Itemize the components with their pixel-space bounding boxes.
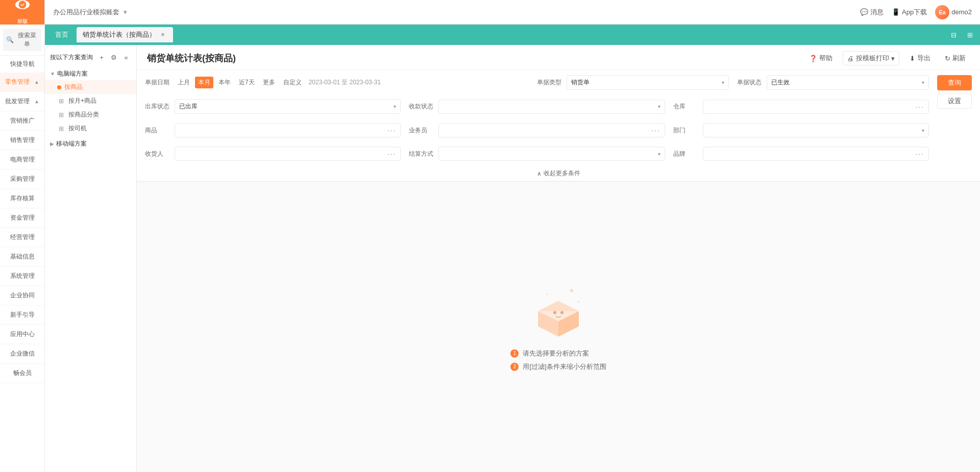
warehouse-control[interactable]: ··· (703, 100, 929, 114)
out-status-value: 已出库 (179, 102, 198, 111)
date-current-year-btn[interactable]: 本年 (215, 77, 234, 88)
salesperson-control[interactable]: ··· (438, 123, 665, 137)
sidebar-item-system[interactable]: 系统管理 (0, 267, 44, 286)
messages-button[interactable]: 💬 消息 (860, 8, 884, 17)
filter-row-4: 收货人 ··· 结算方式 ▾ (137, 143, 937, 166)
date-label: 单据日期 (145, 78, 170, 87)
settings-button[interactable]: 设置 (937, 93, 972, 109)
app-logo: 畅捷通好生意 标版 (0, 0, 44, 25)
date-more-btn[interactable]: 更多 (260, 77, 278, 88)
scheme-add-button[interactable]: + (96, 52, 107, 62)
report-tab-label: 销货单统计表（按商品） (83, 30, 156, 39)
tab-close-button[interactable]: × (159, 31, 167, 39)
sidebar-item-operation[interactable]: 经营管理 (0, 228, 44, 247)
collect-status-label: 收款状态 (409, 102, 434, 111)
sidebar-item-retail[interactable]: 零售管理 ▲ (0, 73, 44, 92)
sidebar-item-marketing[interactable]: 营销推广 (0, 111, 44, 131)
scheme-panel: 按以下方案查询 + ⚙ « ▼ 电脑端方案 按商品 ⊞ 按月+ (45, 45, 137, 472)
query-button[interactable]: 查询 (937, 75, 972, 90)
tab-report[interactable]: 销货单统计表（按商品） × (77, 27, 173, 42)
collect-status-control[interactable]: ▾ (438, 100, 665, 114)
scheme-collapse-button[interactable]: « (121, 52, 131, 62)
scheme-item-by-category[interactable]: ⊞ 按商品分类 (45, 108, 136, 122)
scheme-group-mobile-label: 移动端方案 (56, 139, 87, 148)
svg-point-8 (553, 311, 556, 314)
scheme-item-by-product-label: 按商品 (64, 83, 83, 91)
date-custom-btn[interactable]: 自定义 (280, 77, 305, 88)
user-profile-button[interactable]: Ea demo2 (935, 5, 972, 19)
product-control[interactable]: ··· (175, 123, 401, 137)
export-label: 导出 (917, 54, 930, 63)
sidebar-item-apps[interactable]: 应用中心 (0, 325, 44, 344)
sidebar-item-member[interactable]: 畅会员 (0, 364, 44, 383)
dept-control[interactable]: ▾ (703, 123, 929, 137)
expand-arrow-mobile: ▶ (50, 141, 54, 147)
sidebar-item-finance[interactable]: 资金管理 (0, 208, 44, 228)
date-last-month-btn[interactable]: 上月 (175, 77, 193, 88)
receiver-control[interactable]: ··· (175, 147, 401, 161)
avatar-text: Ea (939, 9, 946, 15)
scheme-group-pc-title[interactable]: ▼ 电脑端方案 (45, 67, 136, 80)
scheme-settings-button[interactable]: ⚙ (109, 52, 119, 62)
help-label: 帮助 (819, 54, 832, 63)
sidebar-item-wholesale[interactable]: 批发管理 ▲ (0, 92, 44, 111)
date-last7-btn[interactable]: 近7天 (236, 77, 258, 88)
scheme-item-by-month-product[interactable]: ⊞ 按月+商品 (45, 94, 136, 108)
doc-status-value: 已生效 (771, 78, 790, 87)
help-icon: ❓ (809, 55, 817, 62)
empty-tip-1: 1 请先选择要分析的方案 (510, 349, 606, 358)
search-menu-button[interactable]: 🔍 搜索菜单 (3, 29, 41, 51)
doc-status-control[interactable]: 已生效 ▾ (767, 75, 929, 90)
query-buttons: 查询 设置 (937, 70, 980, 114)
doc-type-value: 销货单 (571, 78, 590, 87)
sidebar-item-basic[interactable]: 基础信息 (0, 247, 44, 267)
scheme-group-pc-label: 电脑端方案 (57, 69, 88, 78)
out-status-control[interactable]: 已出库 ▾ (175, 99, 401, 114)
print-button[interactable]: 🖨 按模板打印 ▾ (843, 51, 899, 65)
filter-row-2: 出库状态 已出库 ▾ 收款状态 ▾ (137, 95, 937, 114)
collapse-bar[interactable]: ∧ 收起更多条件 (137, 166, 980, 181)
svg-text:✦: ✦ (569, 287, 575, 295)
tab-home[interactable]: 首页 (49, 27, 75, 42)
scheme-item-by-clerk-label: 按司机 (68, 124, 87, 133)
tab-minimize-button[interactable]: ⊟ (947, 29, 960, 41)
empty-tip-2: 2 用[过滤]条件来缩小分析范围 (510, 362, 606, 371)
export-button[interactable]: ⬇ 导出 (905, 52, 935, 65)
collect-status-arrow: ▾ (658, 104, 660, 109)
refresh-button[interactable]: ↻ 刷新 (941, 52, 970, 65)
doc-type-label: 单据类型 (537, 78, 562, 87)
sidebar-item-purchase[interactable]: 采购管理 (0, 170, 44, 189)
receiver-field: 收货人 ··· (145, 147, 401, 161)
sidebar-item-weixin[interactable]: 企业微信 (0, 344, 44, 364)
collapse-label: 收起更多条件 (544, 169, 580, 178)
sidebar-item-enterprise[interactable]: 企业协同 (0, 286, 44, 305)
sidebar-item-sales[interactable]: 销售管理 (0, 131, 44, 150)
expand-arrow-pc: ▼ (50, 71, 55, 77)
main-panel: 销货单统计表(按商品) ❓ 帮助 🖨 按模板打印 ▾ ⬇ 导出 (137, 45, 980, 472)
settlement-control[interactable]: ▾ (438, 147, 665, 161)
retail-label: 零售管理 (5, 78, 30, 86)
scheme-group-mobile-title[interactable]: ▶ 移动端方案 (45, 137, 136, 150)
app-download-button[interactable]: 📱 App下载 (892, 8, 927, 17)
salesperson-field: 业务员 ··· (409, 123, 665, 137)
item-icon-clerk: ⊞ (57, 125, 65, 133)
tab-maximize-button[interactable]: ⊞ (964, 29, 976, 41)
help-button[interactable]: ❓ 帮助 (805, 52, 837, 65)
date-current-month-btn[interactable]: 本月 (195, 77, 213, 88)
export-icon: ⬇ (910, 55, 915, 62)
quick-nav-item[interactable]: 快捷导航 (0, 56, 44, 73)
sidebar-item-guide[interactable]: 新手引导 (0, 305, 44, 325)
sidebar-item-ecommerce[interactable]: 电商管理 (0, 150, 44, 170)
sidebar-item-inventory[interactable]: 库存核算 (0, 189, 44, 208)
doc-status-arrow: ▾ (922, 80, 924, 85)
company-dropdown-icon[interactable]: ▾ (124, 8, 127, 16)
scheme-item-by-product[interactable]: 按商品 (45, 80, 136, 94)
date-field: 单据日期 上月 本月 本年 近7天 更多 自定义 2023-03-01 至 20… (145, 77, 529, 88)
tab-bar: 首页 销货单统计表（按商品） × ⊟ ⊞ (45, 25, 980, 45)
scheme-item-by-clerk[interactable]: ⊞ 按司机 (45, 122, 136, 135)
sidebar: 畅捷通好生意 标版 🔍 搜索菜单 快捷导航 零售管理 ▲ 批发管理 ▲ 营销推广… (0, 0, 45, 472)
brand-control[interactable]: ··· (703, 147, 929, 161)
doc-type-arrow: ▾ (722, 80, 724, 85)
doc-type-control[interactable]: 销货单 ▾ (567, 75, 729, 90)
receiver-label: 收货人 (145, 150, 170, 158)
